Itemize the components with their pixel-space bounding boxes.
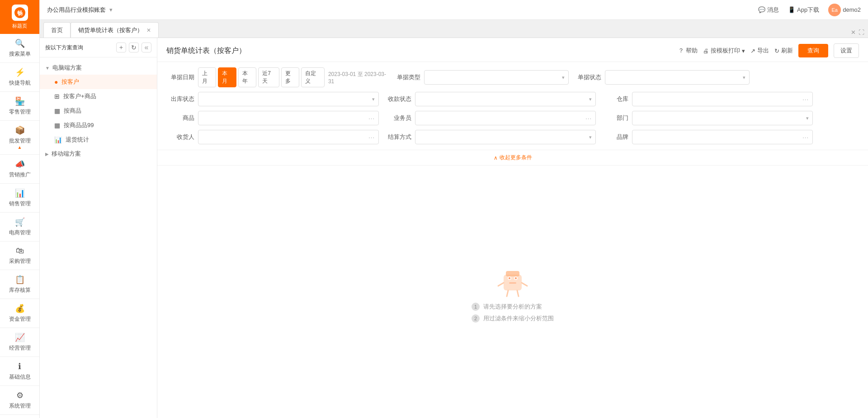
date-btn-7days[interactable]: 近7天 [258,67,279,87]
date-btn-this-year[interactable]: 本年 [238,67,256,87]
retail-icon: 🏪 [15,96,25,106]
add-scheme-btn[interactable]: ＋ [116,43,126,52]
sidebar-item-system-label: 系统管理 [9,402,31,410]
date-btn-this-month[interactable]: 本月 [218,67,236,87]
export-btn[interactable]: ↗ 导出 [750,47,769,55]
sidebar-item-sales[interactable]: 📊 销售管理 [0,184,40,213]
sidebar-item-retail[interactable]: 🏪 零售管理 [0,92,40,121]
help-label: 帮助 [686,47,698,55]
collapse-up-icon: ∧ [494,155,498,161]
sales-icon: 📊 [15,188,25,198]
sidebar-item-quick-nav[interactable]: ⚡ 快捷导航 [0,63,40,92]
sidebar-item-wholesale[interactable]: 📦 批发管理 ▲ [0,121,40,155]
brand-label: 品牌 [596,133,632,141]
wholesale-icon: 📦 [15,125,25,135]
topbar: 办公用品行业模拟账套 ▾ 💬 消息 📱 App下载 Ea demo2 [40,0,868,20]
settlement-chevron-icon: ▾ [589,134,592,140]
sidebar-item-purchase[interactable]: 🛍 采购管理 [0,242,40,270]
sidebar-item-purchase-label: 采购管理 [9,257,31,265]
sidebar-item-search[interactable]: 🔍 搜索菜单 [0,34,40,63]
doc-type-control[interactable]: ▾ [424,70,569,85]
warehouse-control[interactable]: ··· [632,92,813,106]
right-panel: 销货单统计表（按客户） ？ 帮助 🖨 按模板打印 ▾ ↗ 导出 [157,38,868,418]
page-actions: ？ 帮助 🖨 按模板打印 ▾ ↗ 导出 ↻ 刷新 [678,43,859,58]
refresh-btn[interactable]: ↻ 刷新 [774,47,793,55]
topbar-dropdown-icon[interactable]: ▾ [109,6,113,13]
salesperson-label: 业务员 [379,114,415,122]
topbar-title: 办公用品行业模拟账套 [47,6,106,14]
out-status-control[interactable]: ▾ [198,92,379,106]
department-control[interactable]: ▾ [632,111,813,125]
app-download-icon: 📱 [788,6,795,13]
mobile-section-header[interactable]: ▶ 移动端方案 [40,147,157,161]
return-stat-icon: 📊 [54,136,62,143]
receipt-status-control[interactable]: ▾ [415,92,596,106]
app-download-btn[interactable]: 📱 App下载 [788,6,819,14]
message-label: 消息 [767,6,779,14]
recipient-more-icon: ··· [368,134,375,141]
tree-item-return-stat[interactable]: 📊 退货统计 [40,133,157,147]
tip-1: 1 请先选择要分析的方案 [472,303,554,311]
goods-label: 商品 [166,114,198,122]
date-btn-custom[interactable]: 自定义 [301,67,325,87]
svg-rect-8 [509,282,516,284]
collapse-bar[interactable]: ∧ 收起更多条件 [157,150,868,166]
left-panel-actions: ＋ ↻ « [116,43,151,52]
scheme-tree: ▼ 电脑端方案 ● 按客户 ⊞ 按客户+商品 ▦ 按商品 [40,57,157,418]
out-status-chevron-icon: ▾ [372,96,375,102]
date-btn-more[interactable]: 更多 [281,67,299,87]
sidebar-item-enterprise[interactable]: 🤝 企业协同 [0,415,40,418]
username: demo2 [843,6,861,13]
page-title: 销货单统计表（按客户） [166,46,246,56]
sidebar-item-quick-nav-label: 快捷导航 [9,79,31,87]
collapse-bar-content: ∧ 收起更多条件 [494,154,532,162]
tree-item-by-product[interactable]: ▦ 按商品 [40,104,157,118]
sidebar-item-finance-label: 资金管理 [9,315,31,323]
salesperson-more-icon: ··· [585,115,592,122]
recipient-control[interactable]: ··· [198,130,379,144]
tree-item-by-customer[interactable]: ● 按客户 [40,75,157,89]
settlement-control[interactable]: ▾ [415,130,596,144]
left-panel-header: 按以下方案查询 ＋ ↻ « [40,38,157,57]
collapse-panel-btn[interactable]: « [142,43,151,52]
salesperson-control[interactable]: ··· [415,111,596,125]
sidebar-item-ecommerce[interactable]: 🛒 电商管理 [0,213,40,242]
mobile-arrow-icon: ▶ [45,152,49,157]
brand-control[interactable]: ··· [632,130,813,144]
tree-item-by-product-99[interactable]: ▦ 按商品品99 [40,118,157,133]
message-btn[interactable]: 💬 消息 [758,6,779,14]
tab-close-icon[interactable]: ✕ [146,27,151,33]
help-btn[interactable]: ？ 帮助 [678,47,698,55]
maximize-icon[interactable]: ⛶ [859,29,864,36]
refresh-scheme-btn[interactable]: ↻ [129,43,139,52]
goods-control[interactable]: ··· [198,111,379,125]
tree-item-by-product-label: 按商品 [64,107,81,115]
content-area: 按以下方案查询 ＋ ↻ « ▼ 电脑端方案 ● 按客户 [40,38,868,418]
sidebar-item-basics[interactable]: ℹ 基础信息 [0,357,40,386]
tree-item-by-customer-product[interactable]: ⊞ 按客户+商品 [40,89,157,104]
system-icon: ⚙ [16,390,24,400]
sidebar-item-marketing[interactable]: 📣 营销推广 [0,155,40,184]
filter-row-1: 单据日期 上月 本月 本年 近7天 更多 自定义 2023-03-01 至 20… [166,67,859,87]
date-btn-last-month[interactable]: 上月 [198,67,216,87]
tab-home[interactable]: 首页 [43,22,71,38]
sidebar-item-system[interactable]: ⚙ 系统管理 [0,386,40,415]
query-button[interactable]: 查询 [798,44,828,57]
purchase-icon: 🛍 [16,246,24,256]
sidebar-item-finance[interactable]: 💰 资金管理 [0,299,40,328]
close-window-icon[interactable]: ✕ [851,29,856,36]
settings-button[interactable]: 设置 [834,43,859,58]
user-info[interactable]: Ea demo2 [828,4,861,16]
tree-item-return-stat-label: 退货统计 [66,136,89,144]
sidebar-item-operations[interactable]: 📈 经营管理 [0,328,40,357]
settlement-label: 结算方式 [379,133,415,141]
goods-more-icon: ··· [368,115,375,122]
doc-status-control[interactable]: ▾ [605,70,750,85]
sidebar-item-operations-label: 经营管理 [9,344,31,352]
sidebar-item-inventory[interactable]: 📋 库存核算 [0,270,40,299]
desktop-section-header[interactable]: ▼ 电脑端方案 [40,61,157,75]
print-btn[interactable]: 🖨 按模板打印 ▾ [703,47,745,55]
left-panel-title: 按以下方案查询 [45,44,83,52]
tab-sales-stat[interactable]: 销货单统计表（按客户） ✕ [71,22,159,38]
receipt-status-chevron-icon: ▾ [589,96,592,102]
